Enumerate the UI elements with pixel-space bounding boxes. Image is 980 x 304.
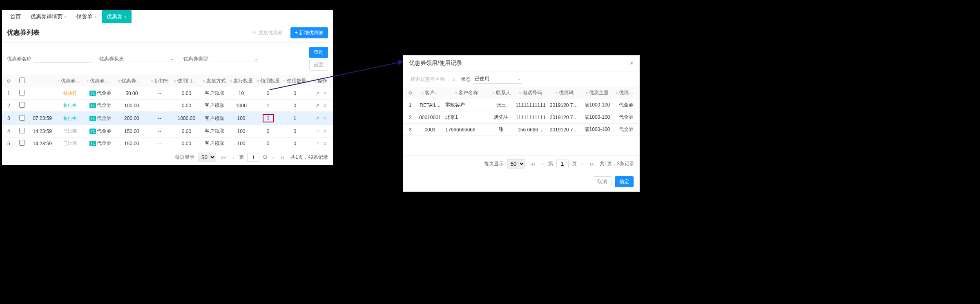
- column-header[interactable]: ⇅使用数量: [281, 75, 308, 87]
- column-header[interactable]: [16, 75, 29, 87]
- column-header[interactable]: ⇅电话号码: [513, 87, 548, 99]
- type-badge-icon: 代: [89, 91, 96, 96]
- qrcode-icon[interactable]: ⌗: [324, 102, 326, 109]
- take-count-link[interactable]: 3: [263, 114, 274, 122]
- cancel-button[interactable]: 取消: [593, 176, 612, 187]
- close-icon[interactable]: ×: [94, 14, 96, 19]
- close-icon[interactable]: ×: [630, 60, 634, 67]
- gear-icon[interactable]: ⚙: [408, 90, 413, 96]
- filter-status-select[interactable]: ⌄: [126, 55, 175, 62]
- table-row[interactable]: 200010001北京1 唐先生111111111112019120 70...…: [403, 111, 639, 124]
- status-badge: 待执行: [63, 90, 78, 96]
- row-checkbox[interactable]: [19, 128, 25, 133]
- modal-status-select[interactable]: 已使用 ⌄: [473, 75, 522, 84]
- column-header[interactable]: ⇅发放方式: [201, 75, 228, 87]
- coupon-table-wrap[interactable]: ⚙⇅优惠券状态⇅优惠券类型⇅优惠券面值⇅折扣%⇅使用门槛...⇅发放方式⇅发行数…: [2, 75, 333, 149]
- select-all-checkbox[interactable]: [19, 78, 25, 83]
- gear-icon[interactable]: ⚙: [7, 78, 11, 84]
- modal-table-wrap[interactable]: ⚙⇅客户...⇅客户名称⇅联系人⇅电话号码⇅优惠码⇅优惠主题⇅优惠券类 1RET…: [403, 87, 639, 155]
- column-header[interactable]: ⇅客户...: [417, 87, 443, 99]
- modal-page-input[interactable]: [556, 160, 569, 168]
- page-prefix: 第: [239, 154, 244, 161]
- column-header[interactable]: ⇅优惠主题: [581, 87, 614, 99]
- page-next-icon[interactable]: ›: [580, 161, 585, 167]
- tab[interactable]: 优惠券详情页×: [26, 10, 71, 23]
- export-icon[interactable]: ↗: [315, 90, 319, 96]
- page-next-icon[interactable]: ›: [271, 155, 276, 160]
- column-header[interactable]: ⇅优惠券面值: [116, 75, 147, 87]
- close-icon[interactable]: ×: [64, 14, 67, 19]
- table-row[interactable]: 4 14 23:59 已过期 代代金券 150.00 -- 0.00 客户领取 …: [2, 125, 333, 138]
- column-header[interactable]: ⚙: [2, 75, 16, 87]
- column-header[interactable]: [29, 75, 56, 87]
- search-icon[interactable]: ⌕: [452, 76, 455, 82]
- usage-record-modal: 优惠券领用/使用记录 × ⌕ 状态 已使用 ⌄ ⚙⇅客户...⇅客户名称⇅联系人…: [403, 55, 640, 192]
- confirm-button[interactable]: 确定: [615, 176, 634, 187]
- type-badge-icon: 代: [89, 129, 96, 134]
- table-row[interactable]: 2 执行中 代代金券 100.00 -- 0.00 客户领取 1000 1 0 …: [2, 100, 333, 112]
- tab[interactable]: 优惠券×: [102, 10, 132, 23]
- page-last-icon[interactable]: ⏭: [279, 155, 287, 160]
- column-header[interactable]: ⚙: [403, 87, 417, 99]
- row-checkbox[interactable]: [19, 140, 25, 146]
- column-header[interactable]: ⇅优惠券状态: [56, 75, 85, 87]
- page-summary: 共1页，49条记录: [290, 154, 328, 161]
- modal-pagination: 每页显示 50 ⏮ ‹ 第 页 › ⏭ 共1页，3条记录: [403, 155, 639, 172]
- column-header[interactable]: ⇅优惠券类: [614, 87, 639, 99]
- modal-per-page-select[interactable]: 50: [507, 159, 525, 169]
- title-row: 优惠券列表 ☺ 发放优惠券 + 新增优惠券: [2, 23, 333, 43]
- page-prev-icon[interactable]: ‹: [540, 161, 545, 167]
- page-prev-icon[interactable]: ‹: [231, 155, 236, 160]
- table-row[interactable]: 3000117666666666 张156 6666 ...2019120 70…: [403, 124, 639, 136]
- column-header[interactable]: ⇅折扣%: [147, 75, 172, 87]
- pagination: 每页显示 50 ⏮ ‹ 第 页 › ⏭ 共1页，49条记录: [2, 149, 333, 165]
- export-icon[interactable]: ↗: [315, 115, 319, 121]
- row-checkbox[interactable]: [19, 102, 25, 108]
- filter-name-input[interactable]: [34, 55, 91, 63]
- add-coupon-button[interactable]: + 新增优惠券: [290, 27, 328, 38]
- filter-type-select[interactable]: ⌄: [210, 55, 259, 62]
- query-button[interactable]: 查询: [309, 47, 328, 58]
- type-badge-icon: 代: [89, 116, 96, 121]
- usage-record-table: ⚙⇅客户...⇅客户名称⇅联系人⇅电话号码⇅优惠码⇅优惠主题⇅优惠券类 1RET…: [403, 87, 639, 136]
- per-page-label: 每页显示: [175, 154, 194, 161]
- column-header[interactable]: ⇅优惠券类型: [85, 75, 116, 87]
- table-row[interactable]: 3 07 23:59 执行中 代代金券 200.00 -- 1000.00 客户…: [2, 112, 333, 125]
- page-first-icon[interactable]: ⏮: [529, 161, 537, 167]
- column-header[interactable]: ⇅发行数量: [228, 75, 255, 87]
- table-row[interactable]: 1RETAIL...零散客户 张三111111111112019120 70..…: [403, 99, 639, 111]
- distribute-coupon-button[interactable]: ☺ 发放优惠券: [247, 27, 287, 38]
- column-header[interactable]: ⇅操作: [308, 75, 333, 87]
- page-last-icon[interactable]: ⏭: [588, 161, 596, 167]
- page-input[interactable]: [247, 153, 259, 162]
- tab[interactable]: 首页: [5, 10, 26, 23]
- column-header[interactable]: ⇅联系人: [490, 87, 513, 99]
- modal-search-input[interactable]: [409, 75, 450, 84]
- modal-page-summary: 共1页，3条记录: [600, 160, 634, 167]
- row-checkbox[interactable]: [19, 115, 25, 121]
- qrcode-icon[interactable]: ⌗: [324, 128, 326, 134]
- row-checkbox[interactable]: [19, 90, 25, 95]
- page-first-icon[interactable]: ⏮: [219, 155, 228, 160]
- qrcode-icon[interactable]: ⌗: [324, 140, 326, 146]
- column-header[interactable]: ⇅领用数量: [254, 75, 281, 87]
- settings-button[interactable]: 设置: [309, 60, 328, 71]
- chevron-down-icon: ⌄: [254, 56, 258, 61]
- filter-name-label: 优惠券名称: [7, 55, 31, 62]
- status-badge: 执行中: [63, 115, 78, 121]
- close-icon[interactable]: ×: [124, 14, 127, 19]
- tab-bar: 首页优惠券详情页×销货单×优惠券×: [2, 10, 333, 23]
- column-header[interactable]: ⇅使用门槛...: [172, 75, 201, 87]
- column-header[interactable]: ⇅优惠码: [548, 87, 581, 99]
- export-icon[interactable]: ↗: [315, 102, 319, 109]
- qrcode-icon[interactable]: ⌗: [324, 90, 326, 96]
- table-row[interactable]: 1 待执行 代代金券 50.00 -- 0.00 客户领取 10 0 0 ↗ ⌗: [2, 87, 333, 100]
- export-icon: ↗: [315, 128, 319, 134]
- per-page-select[interactable]: 50: [198, 153, 216, 162]
- column-header[interactable]: ⇅客户名称: [443, 87, 489, 99]
- filter-status-label: 优惠券状态: [99, 55, 124, 62]
- table-row[interactable]: 5 14 23:59 已过期 代代金券 150.00 -- 0.00 客户领取 …: [2, 138, 333, 149]
- coupon-table: ⚙⇅优惠券状态⇅优惠券类型⇅优惠券面值⇅折扣%⇅使用门槛...⇅发放方式⇅发行数…: [2, 75, 333, 149]
- tab[interactable]: 销货单×: [71, 10, 101, 23]
- qrcode-icon[interactable]: ⌗: [324, 115, 326, 121]
